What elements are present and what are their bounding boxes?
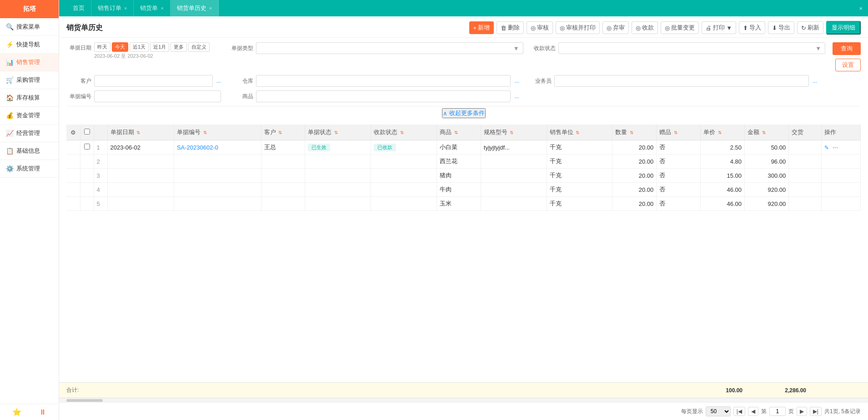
cell-checkbox[interactable] <box>80 155 94 169</box>
col-amount[interactable]: 金额 ⇅ <box>745 125 789 140</box>
tab-sales-delivery-close[interactable]: × <box>161 5 163 11</box>
col-sales-unit[interactable]: 销售单位 ⇅ <box>547 125 612 140</box>
sidebar-item-sales[interactable]: 📊 销售管理 <box>0 54 59 71</box>
more-date-btn[interactable]: 更多 <box>171 42 187 52</box>
collect-button[interactable]: ◎ 收款 <box>632 21 658 34</box>
today-btn[interactable]: 今天 <box>112 42 128 52</box>
warehouse-ellipsis[interactable]: ... <box>514 78 519 84</box>
col-payment-status[interactable]: 收款状态 ⇅ <box>371 125 437 140</box>
tab-home[interactable]: 首页 <box>66 0 91 16</box>
goods-ellipsis[interactable]: ... <box>514 93 519 100</box>
collapse-button[interactable]: ∧ 收起更多条件 <box>442 108 486 118</box>
col-doc-date[interactable]: 单据日期 ⇅ <box>107 125 174 140</box>
doc-num-link[interactable]: SA-20230602-0 <box>177 144 218 151</box>
add-label: 新增 <box>478 24 490 32</box>
cell-gift: 否 <box>657 140 701 155</box>
cell-unit-price: 2.50 <box>701 140 745 155</box>
sidebar-item-label: 搜索菜单 <box>16 23 40 31</box>
doc-type-select[interactable]: ▼ <box>256 42 523 54</box>
audit-button[interactable]: ◎ 审核 <box>527 21 553 34</box>
col-gear[interactable]: ⚙ <box>66 125 80 140</box>
cell-checkbox[interactable] <box>80 197 94 211</box>
goods-input[interactable] <box>256 90 511 102</box>
cell-doc-status <box>305 169 371 183</box>
cell-action <box>822 197 861 211</box>
custom-date-btn[interactable]: 自定义 <box>188 42 210 52</box>
last-page-btn[interactable]: ▶| <box>810 407 822 416</box>
salesperson-ellipsis[interactable]: ... <box>813 78 817 84</box>
row-checkbox[interactable] <box>84 144 90 150</box>
print-button[interactable]: 🖨 打印 ▼ <box>702 21 736 34</box>
doc-type-label: 单据类型 <box>228 45 253 52</box>
sidebar: 拓塔 🔍 搜索菜单 ⚡ 快捷导航 📊 销售管理 🛒 采购管理 🏠 库存核算 💰 … <box>0 0 59 420</box>
col-spec[interactable]: 规格型号 ⇅ <box>481 125 547 140</box>
select-all-checkbox[interactable] <box>84 129 90 135</box>
table-row: 2 西兰花 千克 20.00 否 4.80 96.00 <box>66 155 861 169</box>
refresh-button[interactable]: ↻ 刷新 <box>797 21 823 34</box>
import-button[interactable]: ⬆ 导入 <box>739 21 765 34</box>
tab-sales-delivery[interactable]: 销货单 × <box>134 0 170 16</box>
display-details-label: 显示明细 <box>832 24 855 31</box>
col-gift[interactable]: 赠品 ⇅ <box>657 125 701 140</box>
cell-checkbox[interactable] <box>80 169 94 183</box>
col-action: 操作 <box>822 125 861 140</box>
customer-input[interactable] <box>94 75 213 87</box>
sidebar-item-inventory[interactable]: 🏠 库存核算 <box>0 89 59 107</box>
col-doc-status[interactable]: 单据状态 ⇅ <box>305 125 371 140</box>
batch-change-button[interactable]: ◎ 批量变更 <box>661 21 699 34</box>
warehouse-input[interactable] <box>256 75 511 87</box>
first-page-btn[interactable]: |◀ <box>733 407 745 416</box>
page-input[interactable] <box>769 407 786 416</box>
audit-print-button[interactable]: ◎ 审核并打印 <box>556 21 600 34</box>
query-button[interactable]: 查询 <box>833 42 861 55</box>
sidebar-item-finance[interactable]: 💰 资金管理 <box>0 107 59 125</box>
tab-sales-order[interactable]: 销售订单 × <box>91 0 134 16</box>
tab-sales-order-close[interactable]: × <box>124 5 127 11</box>
scroll-thumb[interactable] <box>66 399 103 402</box>
tab-sales-history[interactable]: 销货单历史 × <box>171 0 219 16</box>
setting-button[interactable]: 设置 <box>835 59 861 71</box>
customer-ellipsis[interactable]: ... <box>216 78 221 84</box>
col-unit-price[interactable]: 单价 ⇅ <box>701 125 745 140</box>
delete-button[interactable]: 🗑 删除 <box>497 21 524 34</box>
doc-number-label: 单据编号 <box>66 93 91 100</box>
per-page-select[interactable]: 50 100 200 <box>706 406 731 416</box>
prev-page-btn[interactable]: ◀ <box>748 407 758 416</box>
export-button[interactable]: ⬇ 导出 <box>768 21 794 34</box>
tab-sales-delivery-label: 销货单 <box>140 4 158 12</box>
sidebar-item-quick-nav[interactable]: ⚡ 快捷导航 <box>0 36 59 54</box>
add-button[interactable]: + 新增 <box>469 21 494 34</box>
sidebar-star-btn[interactable]: ⭐ <box>12 408 21 416</box>
delete-icon: 🗑 <box>501 25 507 31</box>
cell-goods: 牛肉 <box>437 183 481 197</box>
next-page-btn[interactable]: ▶ <box>797 407 807 416</box>
cell-customer <box>261 169 305 183</box>
col-customer[interactable]: 客户 ⇅ <box>261 125 305 140</box>
sidebar-pause-btn[interactable]: ⏸ <box>39 408 46 416</box>
yesterday-btn[interactable]: 昨天 <box>94 42 110 52</box>
col-doc-num[interactable]: 单据编号 ⇅ <box>174 125 261 140</box>
1month-btn[interactable]: 近1月 <box>150 42 169 52</box>
edit-action-btn[interactable]: ✎ <box>824 145 829 151</box>
abandon-button[interactable]: ◎ 弃审 <box>602 21 629 34</box>
sidebar-item-search[interactable]: 🔍 搜索菜单 <box>0 18 59 36</box>
sidebar-item-system[interactable]: ⚙️ 系统管理 <box>0 160 59 178</box>
col-quantity[interactable]: 数量 ⇅ <box>612 125 657 140</box>
col-doc-num-label: 单据编号 <box>177 129 201 135</box>
sidebar-item-operations[interactable]: 📈 经营管理 <box>0 125 59 142</box>
filter-section: 单据日期 昨天 今天 近1天 近1月 更多 自定义 2023-06-02 至 2… <box>59 38 868 125</box>
7days-btn[interactable]: 近1天 <box>130 42 149 52</box>
tabs-bar-close-btn[interactable]: × <box>859 5 868 12</box>
cell-checkbox[interactable] <box>80 140 94 155</box>
tab-sales-history-close[interactable]: × <box>209 5 212 11</box>
cell-spec <box>481 183 547 197</box>
payment-status-select[interactable]: ▼ <box>558 42 826 54</box>
salesperson-input[interactable] <box>554 75 809 87</box>
col-goods[interactable]: 商品 ⇅ <box>437 125 481 140</box>
sidebar-item-purchase[interactable]: 🛒 采购管理 <box>0 71 59 89</box>
cell-checkbox[interactable] <box>80 183 94 197</box>
sidebar-item-basic-info[interactable]: 📋 基础信息 <box>0 142 59 160</box>
more-action-btn[interactable]: ⋯ <box>833 145 838 151</box>
display-details-button[interactable]: 显示明细 <box>826 21 861 35</box>
doc-number-input[interactable] <box>94 90 221 102</box>
